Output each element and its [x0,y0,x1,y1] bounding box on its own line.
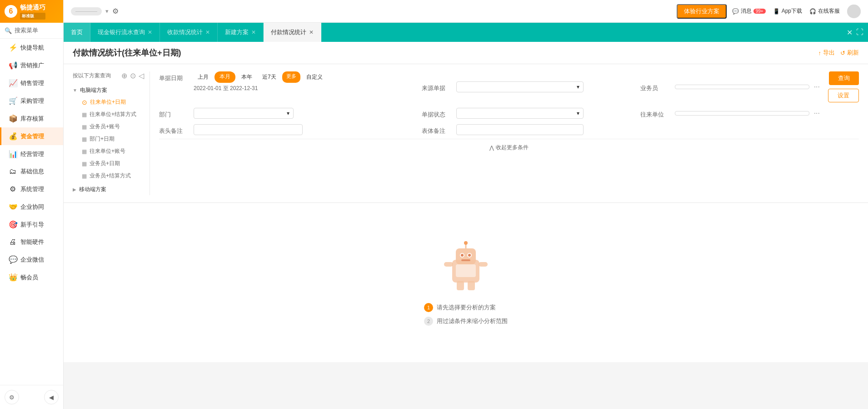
add-scheme-btn[interactable]: ⊕ [121,71,127,80]
app-download-btn[interactable]: 📱 App下载 [773,7,802,15]
download-icon: 📱 [773,8,780,15]
sidebar-item-member[interactable]: 👑 畅会员 [0,268,63,286]
date-btn-more[interactable]: 更多 [282,71,300,83]
user-avatar[interactable] [847,5,861,18]
date-btn-this-year[interactable]: 本年 [237,71,256,83]
scheme-settings-btn[interactable]: ⊙ [130,71,136,80]
mobile-scheme-group[interactable]: ▶ 移动端方案 [73,182,144,195]
sidebar-item-inventory[interactable]: 📦 库存核算 [0,110,63,127]
date-btn-custom[interactable]: 自定义 [302,71,327,83]
tab-home[interactable]: 首页 [64,23,90,42]
scheme-item-dept-date[interactable]: ▦ 部门+日期 [73,133,144,145]
content-area: 付款情况统计(往来单位+日期) ↑ 导出 ↺ 刷新 按以下方案查询 ⊕ [64,42,868,409]
query-btn[interactable]: 查询 [829,71,859,85]
staff-select[interactable] [675,85,809,89]
settings-bottom-btn[interactable]: ⚙ [5,390,19,404]
sidebar-item-purchase[interactable]: 🛒 采购管理 [0,92,63,110]
scheme-icon: ▦ [82,111,87,118]
source-select[interactable]: ▾ [456,81,584,92]
topbar-user: ———— ▾ ⚙ [71,7,671,15]
sidebar-item-guide[interactable]: 🎯 新手引导 [0,216,63,233]
chevron-right-icon: ▶ [73,187,76,192]
date-filter-group: 单据日期 上月 本月 本年 近7天 更多 自定义 2022-01-01 至 20… [159,71,422,102]
sidebar: 6 畅捷通巧 标准版 🔍 搜索菜单 ⚡ 快捷导航 📢 营销推广 📈 销售管理 🛒… [0,0,64,409]
tab-payment-stats[interactable]: 付款情况统计 ✕ [264,23,321,42]
tab-close-cash-flow[interactable]: ✕ [148,29,152,35]
collapse-sidebar-btn[interactable]: ◀ [44,390,59,404]
dept-filter-group: 部门 ▾ [159,108,422,119]
maximize-icon[interactable]: ⛶ [856,28,863,36]
body-note-input[interactable] [456,124,584,135]
header-note-input[interactable] [194,124,303,135]
sidebar-item-quick-nav[interactable]: ⚡ 快捷导航 [0,39,63,56]
tabbar: 首页 现金银行流水查询 ✕ 收款情况统计 ✕ 新建方案 ✕ 付款情况统计 ✕ ✕… [64,23,868,42]
sidebar-item-basic[interactable]: 🗂 基础信息 [0,163,63,180]
tab-close-new-plan[interactable]: ✕ [251,29,256,35]
sidebar-item-finance[interactable]: 💰 资金管理 [0,127,63,145]
date-btn-this-month[interactable]: 本月 [215,71,235,83]
sidebar-item-marketing[interactable]: 📢 营销推广 [0,56,63,74]
logo-text: 畅捷通巧 标准版 [20,4,45,20]
scheme-icon: ▦ [82,148,87,155]
staff-filter-more[interactable]: ··· [812,83,820,91]
scheme-item-staff-settle[interactable]: ▦ 业务员+结算方式 [73,170,144,182]
filter-query-actions: 查询 设置 [823,71,859,102]
tab-close-payment-stats[interactable]: ✕ [309,29,314,35]
staff-filter-group: 业务员 ··· 查询 设置 [640,71,859,102]
scheme-item-unit-settle[interactable]: ▦ 往来单位+结算方式 [73,108,144,121]
tab-new-plan[interactable]: 新建方案 ✕ [218,23,264,42]
tab-receipt-stats[interactable]: 收款情况统计 ✕ [160,23,218,42]
sidebar-item-system[interactable]: ⚙ 系统管理 [0,180,63,198]
user-dropdown-icon[interactable]: ▾ [105,8,109,15]
scheme-item-staff-date[interactable]: ▦ 业务员+日期 [73,157,144,170]
desktop-group-toggle[interactable]: ▼ 电脑端方案 [73,85,144,96]
new-plan-tab-label: 新建方案 [225,28,249,36]
date-buttons-row: 上月 本月 本年 近7天 更多 自定义 [194,71,327,83]
voucher-status-select[interactable]: ▾ [456,108,584,119]
empty-tip-1: 1 请先选择要分析的方案 [424,303,508,312]
nav-icon: 💬 [9,255,17,264]
trial-btn[interactable]: 体验行业方案 [677,4,727,19]
sidebar-item-hardware[interactable]: 🖨 智能硬件 [0,233,63,251]
online-service-btn[interactable]: 🎧 在线客服 [809,7,840,15]
settings-btn[interactable]: 设置 [828,89,859,102]
sidebar-search[interactable]: 🔍 搜索菜单 [0,23,63,39]
filter-row-1: 单据日期 上月 本月 本年 近7天 更多 自定义 2022-01-01 至 20… [159,71,859,102]
sidebar-item-sales[interactable]: 📈 销售管理 [0,74,63,92]
filter-scheme-sidebar: 按以下方案查询 ⊕ ⊙ ◁ ▼ 电脑端方案 ⊙ 往来单位+日期 [73,71,150,195]
receipt-stats-tab-label: 收款情况统计 [167,28,203,36]
svg-rect-9 [468,281,475,290]
sidebar-item-cooperation[interactable]: 🤝 企业协同 [0,198,63,216]
nav-icon: 👑 [9,273,17,282]
collapse-more-conditions-btn[interactable]: ⋀ 收起更多条件 [489,141,529,154]
related-unit-select[interactable] [675,111,809,116]
tab-cash-flow[interactable]: 现金银行流水查询 ✕ [90,23,160,42]
related-unit-more[interactable]: ··· [812,109,820,117]
filter-main: 单据日期 上月 本月 本年 近7天 更多 自定义 2022-01-01 至 20… [150,71,859,195]
svg-rect-7 [461,259,470,261]
chevron-down-icon: ▾ [577,84,579,90]
tab-close-receipt-stats[interactable]: ✕ [205,29,210,35]
scheme-collapse-btn[interactable]: ◁ [139,71,144,80]
sidebar-item-operation[interactable]: 📊 经营管理 [0,145,63,163]
close-all-tabs-icon[interactable]: ✕ [847,28,853,37]
date-btn-last-month[interactable]: 上月 [194,71,213,83]
nav-icon: 📦 [9,114,17,123]
export-btn[interactable]: ↑ 导出 [818,49,835,57]
messages-badge: 99+ [753,9,766,14]
body-note-label: 表体备注 [422,124,454,135]
search-icon: 🔍 [5,27,12,34]
date-btn-last-7[interactable]: 近7天 [258,71,280,83]
scheme-item-unit-account[interactable]: ▦ 往来单位+账号 [73,145,144,157]
settings-icon[interactable]: ⚙ [112,7,119,15]
messages-btn[interactable]: 💬 消息 99+ [732,7,766,15]
refresh-btn[interactable]: ↺ 刷新 [840,49,859,57]
refresh-icon: ↺ [840,50,845,56]
version-badge: 标准版 [20,13,45,20]
filter-area: 按以下方案查询 ⊕ ⊙ ◁ ▼ 电脑端方案 ⊙ 往来单位+日期 [64,64,868,203]
svg-point-14 [464,241,468,245]
sidebar-item-wechat[interactable]: 💬 企业微信 [0,251,63,268]
scheme-item-unit-date[interactable]: ⊙ 往来单位+日期 [73,96,144,108]
dept-select[interactable]: ▾ [194,108,294,119]
scheme-item-staff-account[interactable]: ▦ 业务员+账号 [73,121,144,133]
